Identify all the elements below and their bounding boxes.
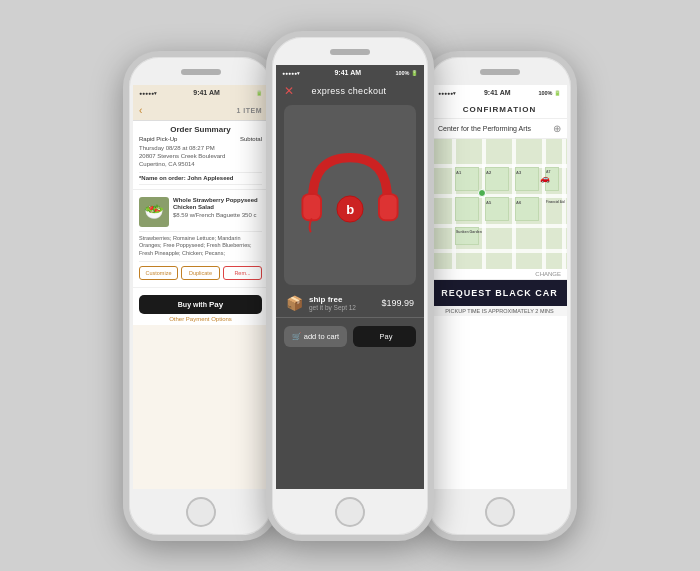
order-name: *Name on order: John Appleseed	[139, 175, 262, 185]
map-label-a2: A2	[486, 170, 491, 175]
box-icon: 📦	[286, 295, 303, 311]
item-info: Whole Strawberry Poppyseed Chicken Salad…	[173, 197, 262, 227]
map-label-a3: A3	[516, 170, 521, 175]
product-image-area: b	[284, 105, 416, 285]
phone2-time: 9:41 AM	[334, 69, 361, 76]
phone1-status-bar: ●●●●●▾ 9:41 AM 🔋	[133, 85, 268, 101]
phone2-screen: ●●●●●▾ 9:41 AM 100% 🔋 ✕ express checkout	[276, 65, 424, 489]
phone1-time: 9:41 AM	[193, 89, 220, 96]
pickup-time-label: PICKUP TIME IS APPROXIMATELY 2 MINS	[432, 306, 567, 316]
change-button[interactable]: CHANGE	[432, 269, 567, 280]
map-label-a5: A5	[486, 200, 491, 205]
item-actions: Customize Duplicate Rem...	[139, 262, 262, 284]
map-label-a1: A1	[456, 170, 461, 175]
headphones-image: b	[294, 135, 406, 255]
salad-icon: 🥗	[144, 202, 164, 221]
phone3-battery: 100% 🔋	[538, 90, 561, 96]
phone2-battery: 100% 🔋	[395, 70, 418, 76]
close-icon[interactable]: ✕	[284, 84, 294, 98]
phone2-status-bar: ●●●●●▾ 9:41 AM 100% 🔋	[276, 65, 424, 81]
customize-button[interactable]: Customize	[139, 266, 178, 280]
ship-details: ship free get it by Sept 12	[309, 295, 375, 311]
phone3-screen: ●●●●●▾ 9:41 AM 100% 🔋 CONFIRMATION Cente…	[432, 85, 567, 489]
buy-with-apple-pay-button[interactable]: Buy with Pay	[139, 295, 262, 314]
phone2-signal: ●●●●●▾	[282, 70, 300, 76]
phone3-status-bar: ●●●●●▾ 9:41 AM 100% 🔋	[432, 85, 567, 101]
location-text: Center for the Performing Arts	[438, 125, 550, 132]
map-label-sunken: Sunken Garden	[456, 230, 482, 234]
order-subtitle: Rapid Pick-Up Subtotal	[139, 136, 262, 142]
other-payment-link[interactable]: Other Payment Options	[139, 316, 262, 322]
phone3-signal: ●●●●●▾	[438, 90, 456, 96]
map-label-financial: Financial Aid	[546, 200, 565, 204]
phone1-battery: 🔋	[256, 90, 262, 96]
back-arrow-icon[interactable]: ‹	[139, 105, 142, 116]
map-label-a6: A6	[516, 200, 521, 205]
svg-text:b: b	[346, 201, 354, 216]
apple-pay-button[interactable]: Pay	[353, 326, 416, 347]
phone1-screen: ●●●●●▾ 9:41 AM 🔋 ‹ 1 ITEM Order Summary …	[133, 85, 268, 489]
duplicate-button[interactable]: Duplicate	[181, 266, 220, 280]
phone1-items-count: 1 ITEM	[236, 107, 262, 114]
remove-button[interactable]: Rem...	[223, 266, 262, 280]
phones-container: ●●●●●▾ 9:41 AM 🔋 ‹ 1 ITEM Order Summary …	[123, 31, 577, 541]
phone1-home-button[interactable]	[186, 497, 216, 527]
svg-rect-3	[380, 195, 397, 219]
car-icon: 🚗	[540, 174, 550, 183]
apple-logo-icon: Pay	[209, 300, 223, 309]
buy-label: Buy with	[178, 301, 209, 308]
phone1-header: ‹ 1 ITEM	[133, 101, 268, 121]
phone-checkout: ●●●●●▾ 9:41 AM 100% 🔋 ✕ express checkout	[266, 31, 434, 541]
phone3-time: 9:41 AM	[484, 89, 511, 96]
order-address: Thursday 08/28 at 08:27 PM 20807 Stevens…	[139, 144, 262, 173]
phone3-header: CONFIRMATION	[432, 101, 567, 119]
svg-rect-1	[303, 195, 320, 219]
product-price: $199.99	[381, 298, 414, 308]
confirmation-title: CONFIRMATION	[438, 105, 561, 114]
checkout-buttons: 🛒 add to cart Pay	[276, 318, 424, 355]
order-item: 🥗 Whole Strawberry Poppyseed Chicken Sal…	[139, 193, 262, 232]
add-to-cart-button[interactable]: 🛒 add to cart	[284, 326, 347, 347]
shipping-info: 📦 ship free get it by Sept 12 $199.99	[276, 289, 424, 318]
request-black-car-button[interactable]: REQUEST BLACK CAR	[432, 280, 567, 306]
phone2-home-button[interactable]	[335, 497, 365, 527]
cart-icon: 🛒	[292, 332, 301, 341]
item-ingredients: Strawberries; Romaine Lettuce; Mandarin …	[139, 232, 262, 262]
item-image: 🥗	[139, 197, 169, 227]
phone-confirmation: ●●●●●▾ 9:41 AM 100% 🔋 CONFIRMATION Cente…	[422, 51, 577, 541]
add-location-icon[interactable]: ⊕	[553, 123, 561, 134]
phone1-signal: ●●●●●▾	[139, 90, 157, 96]
location-bar: Center for the Performing Arts ⊕	[432, 119, 567, 139]
phone2-header: ✕ express checkout	[276, 81, 424, 101]
checkout-title: express checkout	[312, 86, 387, 96]
phone3-home-button[interactable]	[485, 497, 515, 527]
location-pin	[478, 189, 486, 197]
order-summary-title: Order Summary	[139, 125, 262, 134]
map-view[interactable]: A1 A2 A3 A5 A6 A7 Financial Aid Sunken G…	[432, 139, 567, 269]
phone-order: ●●●●●▾ 9:41 AM 🔋 ‹ 1 ITEM Order Summary …	[123, 51, 278, 541]
